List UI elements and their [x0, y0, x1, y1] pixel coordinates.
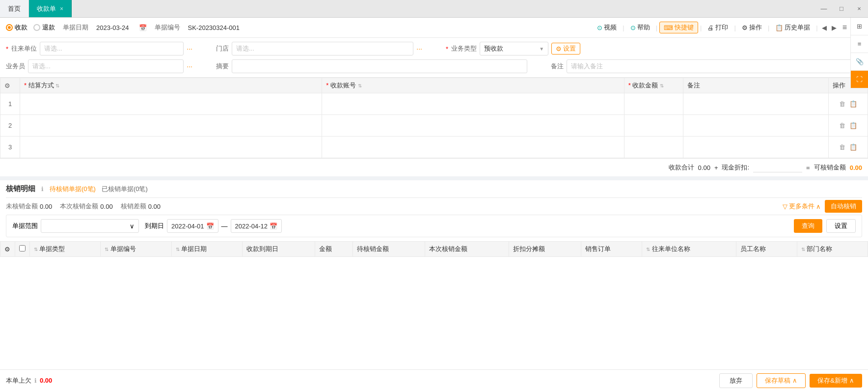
settings-label: 设置 — [563, 44, 576, 53]
date-from-input[interactable]: 2022-04-01 📅 — [167, 219, 218, 233]
pending-tab[interactable]: 待核销单据(0笔) — [50, 185, 96, 194]
sort-settlement-icon[interactable]: ⇅ — [55, 83, 59, 88]
th-dept-name: ⇅ 部门名称 — [797, 242, 868, 257]
row-1-amount[interactable] — [624, 93, 683, 115]
counterpart-more-btn[interactable]: ··· — [187, 45, 192, 53]
store-input[interactable]: 请选... — [232, 42, 413, 56]
help-button[interactable]: ⊙ 帮助 — [626, 22, 654, 33]
save-new-button[interactable]: 保存&新增 ∧ — [810, 374, 862, 388]
th-doc-type-label: 单据类型 — [39, 245, 65, 252]
bottom-table-section: ⚙ ⇅ 单据类型 ⇅ 单据编号 ⇅ 单据日期 — [0, 241, 868, 391]
operation-button[interactable]: ⚙ 操作 — [738, 22, 766, 33]
summary-input[interactable] — [232, 59, 527, 73]
row-2-settlement[interactable] — [20, 115, 322, 137]
sort-account-icon[interactable]: ⇅ — [358, 83, 362, 88]
date-value: 2023-03-24 — [96, 24, 129, 31]
range-select[interactable]: ∨ — [41, 219, 139, 233]
minimize-button[interactable]: — — [815, 0, 833, 18]
tab-bar: 首页 收款单 × — □ × — [0, 0, 868, 18]
video-button[interactable]: ⊙ 视频 — [593, 22, 621, 33]
filter-settings-button[interactable]: 设置 — [826, 219, 856, 233]
sidebar-table-icon[interactable]: ⊞ — [851, 18, 868, 35]
row-1-copy-icon[interactable]: 📋 — [849, 100, 857, 108]
row-2-delete-icon[interactable]: 🗑 — [839, 122, 845, 129]
tab-active[interactable]: 收款单 × — [29, 0, 72, 17]
th-counterpart-name: ⇅ 往来单位名称 — [642, 242, 736, 257]
row-1-delete-icon[interactable]: 🗑 — [839, 100, 845, 108]
date-to-input[interactable]: 2022-04-12 📅 — [231, 219, 282, 233]
counterpart-input[interactable]: 请选... — [40, 42, 184, 56]
row-3-remark[interactable] — [683, 137, 828, 158]
th-pending-verify-label: 待核销金额 — [357, 245, 389, 252]
staff-input[interactable]: 请选... — [28, 59, 184, 73]
row-2-copy-icon[interactable]: 📋 — [849, 122, 857, 129]
th-settlement: * 结算方式 ⇅ — [20, 78, 322, 93]
table-row: 3 🗑 📋 — [0, 137, 868, 158]
list-view-icon[interactable]: ≡ — [840, 22, 850, 33]
th-sales-order-label: 销售订单 — [585, 245, 611, 252]
date-dash: — — [221, 223, 228, 230]
settings-button[interactable]: ⚙ 设置 — [551, 43, 580, 55]
close-button[interactable]: × — [850, 0, 868, 18]
row-3-amount[interactable] — [624, 137, 683, 158]
tab-close-icon[interactable]: × — [60, 5, 63, 12]
hexiao-toolbar: ▽ 更多条件 ∧ 自动核销 — [783, 198, 862, 215]
row-3-actions: 🗑 📋 — [829, 137, 868, 158]
row-2-remark[interactable] — [683, 115, 828, 137]
radio-refund[interactable]: 退款 — [33, 23, 55, 32]
business-type-select[interactable]: 预收款 ▼ — [480, 42, 548, 56]
more-conditions-btn[interactable]: ▽ 更多条件 ∧ — [783, 202, 821, 211]
shortcut-button[interactable]: ⌨ 快捷键 — [659, 22, 698, 33]
maximize-button[interactable]: □ — [833, 0, 850, 18]
store-more-btn[interactable]: ··· — [416, 45, 422, 53]
select-all-checkbox[interactable] — [19, 245, 26, 251]
date-calendar-icon[interactable]: 📅 — [139, 24, 147, 31]
row-1-settlement[interactable] — [20, 93, 322, 115]
th-receipt-due-label: 收款到期日 — [246, 245, 278, 252]
discard-button[interactable]: 放弃 — [719, 373, 753, 388]
th-sales-order: 销售订单 — [581, 242, 642, 257]
sort-amount-icon[interactable]: ⇅ — [660, 83, 664, 88]
query-button[interactable]: 查询 — [794, 219, 822, 233]
save-draft-chevron: ∧ — [792, 377, 797, 384]
row-1-remark[interactable] — [683, 93, 828, 115]
base-value: 0.00 — [40, 377, 52, 384]
tab-active-label: 收款单 — [37, 4, 56, 13]
row-1-account[interactable] — [322, 93, 624, 115]
receipt-type-group: 收款 退款 — [6, 23, 55, 32]
staff-more-btn[interactable]: ··· — [187, 62, 192, 70]
discount-input[interactable] — [753, 163, 802, 172]
table-settings-icon[interactable]: ⚙ — [4, 82, 10, 89]
history-button[interactable]: 📋 历史单据 — [771, 22, 814, 33]
row-3-account[interactable] — [322, 137, 624, 158]
row-2-account[interactable] — [322, 115, 624, 137]
row-3-delete-icon[interactable]: 🗑 — [839, 143, 845, 151]
nav-prev-icon[interactable]: ◀ — [820, 23, 829, 32]
bottom-table-settings-icon[interactable]: ⚙ — [4, 246, 10, 253]
due-date-field: 到期日 2022-04-01 📅 — 2022-04-12 📅 — [145, 219, 282, 233]
base-info-icon[interactable]: ℹ — [34, 377, 37, 384]
radio-receipt[interactable]: 收款 — [6, 23, 27, 32]
row-3-copy-icon[interactable]: 📋 — [849, 143, 857, 151]
tab-home[interactable]: 首页 — [0, 0, 29, 17]
remark-input[interactable]: 请输入备注 — [567, 59, 862, 73]
row-2-num: 2 — [0, 115, 20, 137]
save-draft-button[interactable]: 保存草稿 ∧ — [757, 373, 806, 388]
row-2-amount[interactable] — [624, 115, 683, 137]
auto-verify-button[interactable]: 自动核销 — [825, 200, 862, 213]
hexiao-info-icon[interactable]: ℹ — [41, 186, 44, 193]
nav-next-icon[interactable]: ▶ — [830, 23, 839, 32]
sidebar-attachment-icon[interactable]: 📎 — [851, 53, 868, 71]
done-tab[interactable]: 已核销单据(0笔) — [102, 185, 148, 194]
radio-refund-dot — [33, 24, 40, 31]
date-to-icon: 📅 — [270, 223, 277, 230]
th-checkbox — [15, 242, 30, 257]
row-3-settlement[interactable] — [20, 137, 322, 158]
sidebar-expand-icon[interactable]: ⛶ — [851, 71, 868, 88]
th-dept-name-label: 部门名称 — [807, 245, 832, 252]
save-draft-label: 保存草稿 — [765, 376, 790, 385]
print-icon: 🖨 — [707, 24, 714, 31]
th-discount-label: 折扣分摊额 — [513, 245, 545, 252]
print-button[interactable]: 🖨 打印 — [704, 22, 732, 33]
sidebar-list-icon[interactable]: ≡ — [851, 35, 868, 53]
